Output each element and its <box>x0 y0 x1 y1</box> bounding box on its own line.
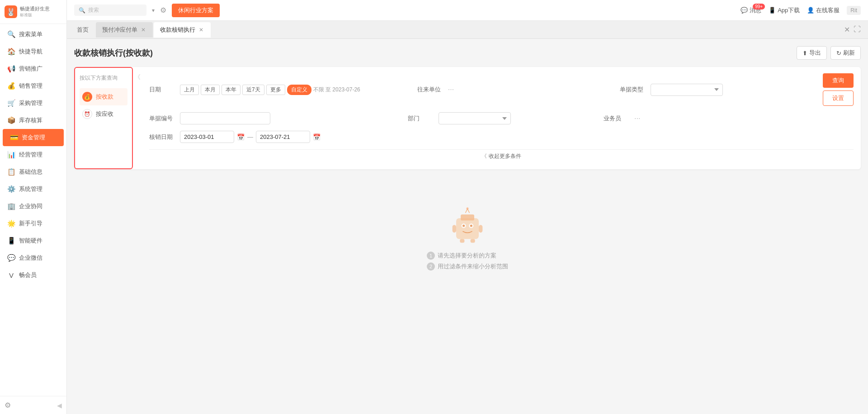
writeoff-date-field: 核销日期 📅 — 📅 <box>149 131 854 143</box>
sidebar-item-sales[interactable]: 💰 销售管理 <box>0 77 66 95</box>
calendar-start-icon[interactable]: 📅 <box>237 133 245 141</box>
sidebar-item-funds[interactable]: 💳 资金管理 <box>3 129 64 146</box>
svg-rect-0 <box>456 218 479 239</box>
date-btn-last-month[interactable]: 上月 <box>180 85 199 95</box>
user-profile[interactable]: Rit <box>847 6 861 15</box>
sidebar-label-newbie: 新手引导 <box>19 219 42 228</box>
topbar-search[interactable]: 🔍 搜索 <box>74 5 146 16</box>
sidebar-item-search[interactable]: 🔍 搜索菜单 <box>0 26 66 43</box>
export-button[interactable]: ⬆ 导出 <box>797 46 827 60</box>
service-icon: 👤 <box>807 7 814 14</box>
sidebar-item-basic-info[interactable]: 📋 基础信息 <box>0 163 66 181</box>
query-button[interactable]: 查询 <box>823 73 854 88</box>
counterparty-field: 往来单位 ··· <box>417 86 613 94</box>
filter-option-by-receivable[interactable]: ⏰ 按应收 <box>80 105 127 123</box>
salesperson-label: 业务员 <box>604 114 631 123</box>
topbar: 🔍 搜索 ▾ ⚙ 休闲行业方案 💬 消息 99+ 📱 App下载 👤 在线客服 … <box>67 0 868 21</box>
tab-prepay[interactable]: 预付冲应付单 ✕ <box>96 22 153 38</box>
message-badge: 99+ <box>753 4 765 10</box>
date-separator: — <box>247 133 253 140</box>
sidebar-item-smart-hw[interactable]: 📱 智能硬件 <box>0 232 66 249</box>
department-select[interactable] <box>439 112 511 124</box>
home-icon: 🏠 <box>7 48 15 56</box>
counterparty-label: 往来单位 <box>417 86 444 94</box>
settings-icon[interactable]: ⚙ <box>5 401 11 409</box>
filter-row-2: 单据编号 部门 业务员 ··· <box>149 112 854 124</box>
sidebar-label-member: 畅会员 <box>19 271 37 279</box>
sidebar-item-wechat[interactable]: 💬 企业微信 <box>0 249 66 266</box>
sidebar-label-operation: 经营管理 <box>19 151 42 159</box>
topbar-dropdown-arrow[interactable]: ▾ <box>152 7 155 14</box>
sidebar-collapse-button[interactable]: ◀ <box>57 402 62 409</box>
app-icon: 📱 <box>769 7 776 14</box>
prepay-tab-close[interactable]: ✕ <box>140 26 146 34</box>
sidebar-label-wechat: 企业微信 <box>19 254 42 262</box>
close-window-icon[interactable]: ✕ <box>844 25 850 34</box>
filter-panel: 按以下方案查询 💰 按收款 ⏰ 按应收 《 日期 <box>74 67 861 169</box>
inventory-icon: 📦 <box>7 116 15 124</box>
tab-receipt-cancel[interactable]: 收款核销执行 ✕ <box>154 22 211 38</box>
date-btn-custom[interactable]: 自定义 <box>287 85 311 95</box>
sidebar-item-member[interactable]: V 畅会员 <box>0 266 66 284</box>
sidebar-item-enterprise[interactable]: 🏢 企业协同 <box>0 198 66 215</box>
page-title: 收款核销执行(按收款) <box>74 48 153 58</box>
topbar-gear-icon[interactable]: ⚙ <box>160 6 166 14</box>
department-label: 部门 <box>408 114 435 123</box>
sidebar-item-system[interactable]: ⚙️ 系统管理 <box>0 181 66 198</box>
solution-button[interactable]: 休闲行业方案 <box>172 4 220 17</box>
by-receivable-icon: ⏰ <box>82 109 92 119</box>
app-badge: 标准版 <box>20 12 50 18</box>
date-btn-more[interactable]: 更多 <box>266 85 285 95</box>
sidebar-label-basic-info: 基础信息 <box>19 168 42 176</box>
filter-option-by-receipt[interactable]: 💰 按收款 <box>80 88 127 105</box>
collapse-more-label: 收起更多条件 <box>489 152 521 160</box>
date-btn-this-month[interactable]: 本月 <box>201 85 220 95</box>
sidebar-label-funds: 资金管理 <box>22 133 45 142</box>
date-btn-7days[interactable]: 近7天 <box>242 85 264 95</box>
sidebar-label-marketing: 营销推广 <box>19 65 42 73</box>
receipt-tab-close[interactable]: ✕ <box>198 26 204 34</box>
by-receivable-label: 按应收 <box>96 110 113 118</box>
expand-window-icon[interactable]: ⛶ <box>854 25 861 34</box>
refresh-label: 刷新 <box>843 49 855 57</box>
tabbar: 首页 预付冲应付单 ✕ 收款核销执行 ✕ ✕ ⛶ <box>67 21 868 39</box>
empty-state: 1 请先选择要分析的方案 2 用过滤条件来缩小分析范围 <box>74 169 861 307</box>
main-content: 🔍 搜索 ▾ ⚙ 休闲行业方案 💬 消息 99+ 📱 App下载 👤 在线客服 … <box>67 0 868 414</box>
sidebar-nav: 🔍 搜索菜单 🏠 快捷导航 📢 营销推广 💰 销售管理 🛒 采购管理 📦 库存核… <box>0 24 66 396</box>
topbar-actions: 💬 消息 99+ 📱 App下载 👤 在线客服 Rit <box>741 6 861 15</box>
svg-point-10 <box>467 207 469 209</box>
app-label: App下载 <box>778 6 800 14</box>
wechat-icon: 💬 <box>7 254 15 262</box>
calendar-end-icon[interactable]: 📅 <box>313 133 321 141</box>
sidebar-item-newbie[interactable]: 🌟 新手引导 <box>0 215 66 232</box>
collapse-more-button[interactable]: 《 收起更多条件 <box>149 149 854 163</box>
filter-sidebar-title: 按以下方案查询 <box>80 74 127 82</box>
sidebar-item-purchase[interactable]: 🛒 采购管理 <box>0 95 66 112</box>
date-btn-this-year[interactable]: 本年 <box>222 85 241 95</box>
settings-button[interactable]: 设置 <box>823 90 854 106</box>
sidebar-item-quick-nav[interactable]: 🏠 快捷导航 <box>0 43 66 60</box>
counterparty-dots: ··· <box>448 86 454 94</box>
doc-type-label: 单据类型 <box>620 86 647 94</box>
topbar-search-icon: 🔍 <box>79 7 85 14</box>
sidebar-item-marketing[interactable]: 📢 营销推广 <box>0 60 66 77</box>
sidebar-footer: ⚙ ◀ <box>0 396 66 414</box>
message-button[interactable]: 💬 消息 99+ <box>741 6 761 14</box>
app-download-button[interactable]: 📱 App下载 <box>769 6 800 14</box>
writeoff-date-start[interactable] <box>180 131 234 143</box>
sidebar-item-inventory[interactable]: 📦 库存核算 <box>0 112 66 129</box>
refresh-icon: ↻ <box>836 50 841 57</box>
doc-no-input[interactable] <box>180 112 270 124</box>
window-buttons: ✕ ⛶ <box>840 25 864 34</box>
doc-type-select[interactable] <box>651 84 723 96</box>
sidebar-item-operation[interactable]: 📊 经营管理 <box>0 146 66 163</box>
refresh-button[interactable]: ↻ 刷新 <box>830 46 861 60</box>
filter-row-3: 核销日期 📅 — 📅 <box>149 131 854 143</box>
writeoff-date-end[interactable] <box>256 131 310 143</box>
svg-rect-6 <box>453 225 456 233</box>
filter-collapse-button[interactable]: 《 <box>133 67 142 169</box>
tab-home[interactable]: 首页 <box>71 22 95 38</box>
by-receipt-icon: 💰 <box>82 92 92 102</box>
online-service-button[interactable]: 👤 在线客服 <box>807 6 840 14</box>
export-icon: ⬆ <box>802 50 807 57</box>
